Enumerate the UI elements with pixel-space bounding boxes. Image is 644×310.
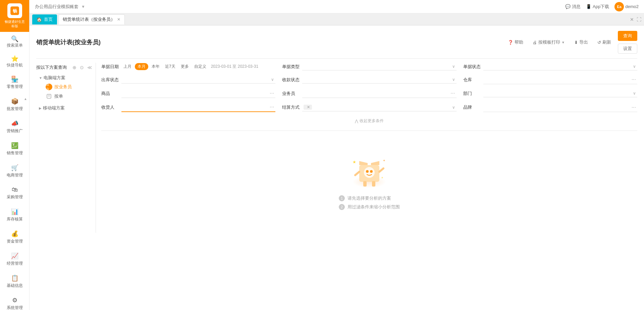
collapse-btn[interactable]: ⋀ 收起更多条件 (355, 118, 384, 124)
date-range-text: 2023-03-01 至 2023-03-31 (211, 64, 258, 69)
sidebar-item-operation-label: 经营管理 (7, 261, 23, 266)
doctype-select[interactable]: ∨ (302, 63, 456, 70)
tab-report[interactable]: 销货单统计表（按业务员） ✕ (58, 14, 125, 24)
receiptstatus-chevron: ∨ (452, 77, 455, 82)
salesperson-icon: 按业 (46, 84, 52, 90)
sidebar-item-operation[interactable]: 📈 经营管理 (0, 248, 29, 270)
svg-point-7 (364, 167, 375, 178)
sidebar-item-system[interactable]: ⚙ 系统管理 (0, 293, 29, 310)
content-divider (101, 131, 637, 131)
tree-item-mobile[interactable]: ▶ 移动端方案 (36, 104, 93, 112)
sidebar-item-marketing[interactable]: 📣 营销推广 (0, 116, 29, 138)
sidebar-item-retail[interactable]: 🏪 零售管理 (0, 71, 29, 94)
tab-minimize-btn[interactable]: ✕ (630, 17, 634, 22)
empty-step-1-text: 请先选择要分析的方案 (347, 195, 391, 201)
retail-icon: 🏪 (11, 75, 18, 83)
salesperson-filter-label: 业务员 (282, 91, 300, 97)
doctype-chevron: ∨ (452, 64, 455, 69)
sidebar-item-system-label: 系统管理 (7, 305, 23, 310)
dept-select[interactable]: ∨ (483, 90, 637, 97)
page-selector-arrow[interactable]: ▼ (81, 4, 85, 9)
svg-line-12 (355, 172, 359, 175)
svg-point-9 (370, 170, 373, 173)
date-btn-7days[interactable]: 近7天 (163, 63, 177, 70)
tree-sub-item-order[interactable]: 按单 (36, 92, 93, 101)
tab-home-label: 首页 (44, 16, 53, 22)
tab-report-close[interactable]: ✕ (117, 17, 120, 21)
sidebar-item-inventory[interactable]: 📊 库存核算 (0, 204, 29, 226)
panel-add-btn[interactable]: ⊕ (72, 64, 77, 71)
help-btn[interactable]: ❓ 帮助 (505, 38, 526, 47)
goods-select[interactable]: ··· (121, 89, 275, 98)
finance-icon: 💰 (11, 230, 18, 238)
receiver-dots: ··· (270, 104, 274, 110)
date-btn-thismonth[interactable]: 本月 (135, 63, 148, 70)
order-scheme-icon (46, 93, 52, 100)
salesperson-select[interactable]: ··· (302, 89, 456, 98)
sidebar-item-purchase-label: 采购管理 (7, 194, 23, 200)
sidebar-item-ecommerce[interactable]: 🛒 电商管理 (0, 160, 29, 182)
svg-rect-11 (372, 181, 375, 187)
tree-item-desktop[interactable]: ▼ 电脑端方案 (36, 73, 93, 82)
dept-chevron: ∨ (633, 91, 636, 96)
salesperson-dots: ··· (450, 90, 455, 96)
step-num-2: 2 (339, 204, 345, 210)
empty-step-2-text: 用过滤条件来缩小分析范围 (347, 204, 400, 210)
refresh-btn[interactable]: ↺ 刷新 (595, 38, 614, 47)
query-btn[interactable]: 查询 (618, 31, 637, 41)
sidebar-item-basic[interactable]: 📋 基础信息 (0, 270, 29, 293)
main-area: 办公用品行业模拟账套 ▼ 💬 消息 📱 App下载 Ea demo2 🏠 首页 (30, 0, 644, 310)
docstatus-label: 单据状态 (463, 64, 481, 70)
empty-steps: 1 请先选择要分析的方案 2 用过滤条件来缩小分析范围 (339, 195, 400, 213)
user-menu[interactable]: Ea demo2 (614, 2, 639, 11)
outstatus-select[interactable]: ∨ (121, 76, 275, 84)
sidebar-item-wholesale[interactable]: 📦 批发管理 ▲ (0, 94, 29, 116)
operation-icon: 📈 (11, 252, 18, 260)
warehouse-select[interactable]: ··· (483, 75, 637, 84)
panel-collapse-btn[interactable]: ≪ (87, 64, 93, 71)
tree-sub-item-salesperson[interactable]: 按业 按业务员 (36, 82, 93, 92)
filter-item-docstatus: 单据状态 ∨ (463, 63, 637, 70)
app-download-icon: 📱 (586, 4, 591, 9)
sidebar-item-finance[interactable]: 💰 资金管理 (0, 226, 29, 248)
receiver-input[interactable]: ··· (121, 103, 275, 112)
date-label: 单据日期 (101, 64, 119, 70)
docstatus-select[interactable]: ∨ (483, 63, 637, 70)
message-icon: 💬 (565, 4, 571, 9)
settings-btn[interactable]: 设置 (618, 44, 637, 54)
logo-icon: 畅 (7, 3, 22, 18)
filter-item-goods: 商品 ··· (101, 89, 275, 98)
refresh-icon: ↺ (597, 40, 601, 45)
date-btn-lastmonth[interactable]: 上月 (121, 63, 133, 70)
sidebar-item-quick-nav[interactable]: ⭐ 快捷导航 (0, 52, 29, 71)
tree-item-desktop-label: 电脑端方案 (44, 75, 65, 81)
date-btn-more[interactable]: 更多 (179, 63, 191, 70)
basic-icon: 📋 (11, 274, 18, 282)
sidebar-item-quick-nav-label: 快捷导航 (7, 63, 23, 67)
message-btn[interactable]: 💬 消息 (565, 4, 581, 10)
app-download-btn[interactable]: 📱 App下载 (586, 4, 609, 10)
main-layout: 按以下方案查询 ⊕ ⊙ ≪ ▼ 电脑端方案 按业 按业务员 (36, 63, 637, 233)
page-title: 销货单统计表(按业务员) (36, 38, 101, 46)
tab-actions: ✕ ⛶ (630, 17, 641, 22)
paymethod-tag-close[interactable]: ✕ (307, 105, 310, 109)
marketing-icon: 📣 (11, 120, 18, 127)
tab-maximize-btn[interactable]: ⛶ (637, 17, 641, 22)
avatar-initials: Ea (617, 5, 622, 9)
receiptstatus-select[interactable]: ∨ (302, 76, 456, 84)
tab-home[interactable]: 🏠 首页 (32, 14, 57, 24)
sidebar-item-search[interactable]: 🔍 搜索菜单 (0, 32, 29, 52)
top-bar-left: 办公用品行业模拟账套 ▼ (35, 4, 85, 10)
print-btn[interactable]: 🖨 按模板打印 ▼ (530, 38, 568, 47)
brand-select[interactable]: ··· (483, 103, 637, 112)
docstatus-chevron: ∨ (633, 64, 636, 69)
date-btn-thisyear[interactable]: 本年 (150, 63, 162, 70)
sidebar-item-sales[interactable]: 💹 销售管理 (0, 138, 29, 160)
panel-header: 按以下方案查询 ⊕ ⊙ ≪ (36, 63, 93, 73)
date-btn-custom[interactable]: 自定义 (192, 63, 208, 70)
svg-point-8 (366, 170, 369, 173)
panel-config-btn[interactable]: ⊙ (79, 64, 85, 71)
sidebar-item-purchase[interactable]: 🛍 采购管理 (0, 182, 29, 204)
tree-expand-icon: ▼ (39, 76, 42, 80)
export-btn[interactable]: ⬇ 导出 (572, 38, 591, 47)
